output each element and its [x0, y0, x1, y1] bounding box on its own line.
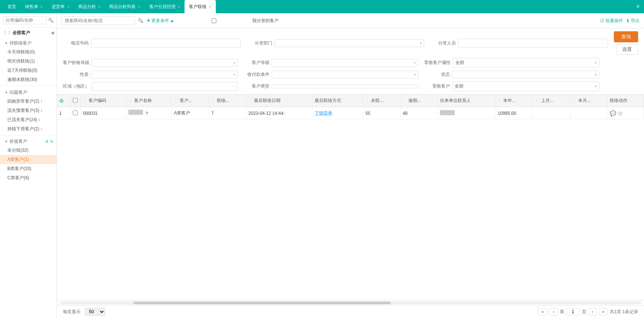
sidebar-search-icon[interactable]: 🔍: [48, 18, 54, 23]
info-icon: ℹ: [41, 109, 42, 113]
customer-type-select[interactable]: [272, 85, 419, 88]
sidebar-pending-section[interactable]: ▼ 待联络客户: [0, 38, 57, 47]
chevron-down-icon: ▾: [233, 73, 235, 77]
close-all-icon[interactable]: ×: [636, 3, 640, 10]
select-all-checkbox[interactable]: [73, 98, 78, 103]
phone-filter: 电话号码: [63, 39, 241, 47]
refresh-icon[interactable]: ↺: [45, 139, 49, 144]
table-row: 1 000031 ？ A类客户 7 2023-04-12 14:44: 下销货单: [57, 107, 644, 120]
prev-page-button[interactable]: ‹: [550, 308, 558, 315]
sidebar-7days-contact[interactable]: 近7天待联络(0): [0, 66, 57, 75]
sort-icon: ⋮: [535, 99, 539, 103]
region-input[interactable]: ···: [92, 82, 238, 91]
retail-attr-select[interactable]: 全部 ▾: [453, 58, 599, 68]
query-button[interactable]: 查询: [614, 31, 638, 42]
search-input[interactable]: [61, 16, 135, 25]
dept-select[interactable]: ▾: [275, 39, 425, 47]
nav-analysis-list[interactable]: 商品分析列表 ×: [105, 0, 144, 13]
export-button[interactable]: ⬇ 导出: [626, 18, 640, 24]
staff-input[interactable]: ···: [458, 39, 608, 47]
close-icon[interactable]: ×: [209, 4, 211, 9]
sidebar-c-class[interactable]: C类客户(6): [0, 173, 57, 183]
row-no-contact: 55: [363, 107, 400, 120]
sidebar-search-input[interactable]: [3, 16, 47, 24]
sidebar-loss-warning[interactable]: 流失预警客户(3) ℹ: [0, 106, 57, 115]
sidebar-tomorrow-contact[interactable]: 明天待联络(1): [0, 57, 57, 66]
sidebar-value-section[interactable]: ▼ 价值客户 ↺ ✎: [0, 137, 57, 146]
chevron-down-icon: ▾: [595, 61, 597, 65]
search-button[interactable]: 🔍: [138, 18, 143, 23]
payment-filter: 收付款条件 ▾: [244, 71, 419, 78]
phone-input[interactable]: [91, 39, 241, 47]
row-last-method[interactable]: 下销货单: [312, 107, 363, 120]
filter-row-1: 电话号码 分管部门 ▾ 分管人员 ··· 查询: [63, 31, 638, 55]
close-icon[interactable]: ×: [138, 4, 140, 9]
scroll-thumb[interactable]: [133, 301, 391, 304]
sidebar-lost[interactable]: 已流失客户(24) ℹ: [0, 115, 57, 124]
nav-customer-contact[interactable]: 客户联络 ×: [185, 0, 215, 13]
dots-icon: ···: [602, 40, 605, 46]
sidebar: 🔍 ⋮⋮ 全部客户 ◀ ▼ 待联络客户 今天待联络(0) 明天待联络(1) 近7…: [0, 13, 57, 318]
sidebar-unclassified[interactable]: 未分组(32): [0, 146, 57, 155]
sidebar-a-class[interactable]: A类客户(1): [0, 155, 57, 164]
next-page-button[interactable]: ›: [588, 308, 597, 315]
sort-icon: ⋮: [365, 99, 369, 103]
nature-select[interactable]: ▾: [91, 71, 238, 78]
col-contact: ⋮ 联络...: [209, 95, 246, 107]
filter-icon: ▼: [146, 18, 151, 23]
column-settings-icon[interactable]: ⚙: [59, 98, 64, 104]
first-page-button[interactable]: «: [538, 308, 547, 315]
sidebar-overdue-contact[interactable]: 逾期未联络(30): [0, 75, 57, 84]
chat-icon[interactable]: 💬: [610, 110, 616, 116]
last-method-link[interactable]: 下销货单: [315, 110, 332, 116]
my-customers-checkbox[interactable]: 我分管的客户: [177, 18, 279, 24]
grid-icon: ⋮⋮: [3, 31, 11, 35]
edit-icon[interactable]: ✎: [50, 139, 54, 144]
sort-icon: ⋮: [402, 99, 406, 103]
nav-purchase[interactable]: 进货单 ×: [47, 0, 74, 13]
close-icon[interactable]: ×: [98, 4, 100, 9]
sidebar-declining[interactable]: 持续下滑客户(2) ℹ: [0, 124, 57, 134]
chevron-down-icon: ▾: [233, 61, 235, 65]
arrow-icon: ▲: [170, 18, 174, 23]
more-filter-button[interactable]: ▼ 更多条件 ▲: [146, 18, 174, 24]
settings-button[interactable]: 设置: [616, 44, 638, 55]
sidebar-b-class[interactable]: B类客户(33): [0, 164, 57, 173]
close-icon[interactable]: ×: [178, 4, 180, 9]
sidebar-problem-section[interactable]: ▼ 问题客户: [0, 88, 57, 97]
sidebar-today-contact[interactable]: 今天待联络(0): [0, 47, 57, 57]
price-level-filter: 客户价格等级 ▾: [63, 59, 238, 67]
horizontal-scrollbar[interactable]: [57, 300, 644, 305]
payment-select[interactable]: ▾: [272, 71, 419, 78]
last-page-button[interactable]: »: [599, 308, 608, 315]
batch-op-button[interactable]: ☑ 批量操作: [600, 18, 623, 24]
nav-sales[interactable]: 销售单 ×: [21, 0, 47, 13]
nav-analysis[interactable]: 商品分析 ×: [74, 0, 105, 13]
my-customers-check[interactable]: [177, 18, 251, 23]
dept-label: 分管部门: [247, 40, 272, 46]
price-level-select[interactable]: ▾: [92, 59, 238, 67]
close-icon[interactable]: ×: [67, 4, 69, 9]
status-select[interactable]: ▾: [452, 71, 599, 78]
sort-icon: ⋮: [498, 99, 501, 103]
row-checkbox[interactable]: [73, 110, 78, 115]
contact-person-block: [440, 110, 455, 115]
advanced-filter: 电话号码 分管部门 ▾ 分管人员 ··· 查询: [57, 28, 644, 95]
col-last-date: ⋮ 最后联络日期: [246, 95, 312, 107]
nav-home[interactable]: 首页: [3, 0, 21, 13]
collapse-icon[interactable]: ◀: [51, 31, 54, 35]
row-overdue: 48: [400, 107, 437, 120]
grid-action-icon[interactable]: ⊞: [618, 110, 623, 116]
customer-level-select[interactable]: ▾: [272, 59, 419, 67]
filter-row-2: 客户价格等级 ▾ 客户等级 ▾ 零散客户属性 全部: [63, 58, 638, 68]
page-size-select[interactable]: 50 20 100: [85, 308, 105, 316]
sidebar-all-customers[interactable]: ⋮⋮ 全部客户 ◀: [0, 28, 57, 38]
col-last-month: ⋮ 上月...: [533, 95, 570, 107]
nav-customer-segment[interactable]: 客户分层经营 ×: [145, 0, 185, 13]
retail-customer-select[interactable]: 全部 ▾: [452, 81, 599, 91]
value-section-actions[interactable]: ↺ ✎: [45, 139, 54, 144]
sidebar-repurchase-anomaly[interactable]: 回购异常客户(2) ℹ: [0, 97, 57, 106]
filter-row-4: 区域（地区） ··· 客户类型 零散客户 全部 ▾: [63, 81, 638, 91]
close-icon[interactable]: ×: [40, 4, 43, 9]
page-number-input[interactable]: [566, 308, 580, 315]
